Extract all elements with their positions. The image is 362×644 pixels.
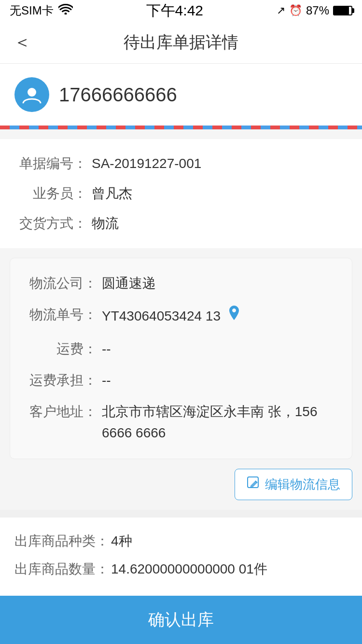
address-row: 客户地址： 北京市市辖区海淀区永丰南 张，156 6666 6666 <box>25 401 337 445</box>
logistics-tracking-value: YT43064053424 13 <box>97 304 337 329</box>
user-phone: 17666666666 <box>59 84 177 106</box>
edit-icon <box>247 476 260 493</box>
user-header: 17666666666 <box>0 64 362 126</box>
carrier-text: 无SIM卡 <box>10 3 54 18</box>
status-right: ↗ ⏰ 87% <box>277 4 352 17</box>
order-no-label: 单据编号： <box>14 154 87 174</box>
freight-bear-label: 运费承担： <box>25 370 97 392</box>
logistics-tracking-label: 物流单号： <box>25 304 97 326</box>
product-type-label: 出库商品种类： <box>14 532 111 550</box>
page-title: 待出库单据详情 <box>124 31 238 54</box>
logistics-company-row: 物流公司： 圆通速递 <box>25 273 337 294</box>
product-type-row: 出库商品种类： 4种 <box>14 532 348 550</box>
status-time: 下午4:42 <box>146 1 203 21</box>
alarm-icon: ⏰ <box>289 4 302 17</box>
delivery-row: 交货方式： 物流 <box>14 213 348 234</box>
product-quantity-row: 出库商品数量： 14.62000000000000 01件 <box>14 560 348 578</box>
freight-row: 运费： -- <box>25 338 337 360</box>
wifi-icon <box>58 4 73 17</box>
edit-btn-container: 编辑物流信息 <box>0 469 362 510</box>
freight-value: -- <box>97 338 337 360</box>
gps-icon: ↗ <box>277 4 285 17</box>
battery-text: 87% <box>306 4 329 17</box>
product-type-value: 4种 <box>111 532 132 550</box>
edit-logistics-label: 编辑物流信息 <box>265 476 340 493</box>
freight-label: 运费： <box>25 338 97 360</box>
address-value: 北京市市辖区海淀区永丰南 张，156 6666 6666 <box>97 401 337 445</box>
logistics-card: 物流公司： 圆通速递 物流单号： YT43064053424 13 运费： --… <box>10 258 352 459</box>
salesman-row: 业务员： 曾凡杰 <box>14 183 348 204</box>
nav-bar: ＜ 待出库单据详情 <box>0 21 362 64</box>
confirm-button[interactable]: 确认出库 <box>0 596 362 644</box>
freight-bear-value: -- <box>97 370 337 392</box>
back-button[interactable]: ＜ <box>14 30 31 54</box>
avatar <box>14 77 49 112</box>
salesman-value: 曾凡杰 <box>87 183 348 204</box>
confirm-button-label: 确认出库 <box>148 609 214 631</box>
logistics-company-value: 圆通速递 <box>97 273 337 294</box>
freight-bear-row: 运费承担： -- <box>25 370 337 392</box>
product-quantity-label: 出库商品数量： <box>14 560 111 578</box>
product-quantity-value: 14.62000000000000 01件 <box>111 560 267 578</box>
order-no-row: 单据编号： SA-20191227-001 <box>14 154 348 174</box>
basic-info-section: 单据编号： SA-20191227-001 业务员： 曾凡杰 交货方式： 物流 <box>0 139 362 248</box>
location-icon[interactable] <box>225 304 243 329</box>
battery-icon <box>333 6 352 15</box>
status-bar: 无SIM卡 下午4:42 ↗ ⏰ 87% <box>0 0 362 21</box>
logistics-tracking-row: 物流单号： YT43064053424 13 <box>25 304 337 329</box>
order-no-value: SA-20191227-001 <box>87 154 348 174</box>
delivery-value: 物流 <box>87 213 348 234</box>
logistics-company-label: 物流公司： <box>25 273 97 294</box>
product-section: 出库商品种类： 4种 出库商品数量： 14.62000000000000 01件 <box>0 518 362 598</box>
section-separator <box>0 510 362 518</box>
delivery-label: 交货方式： <box>14 213 87 234</box>
dashed-divider <box>0 126 362 129</box>
edit-logistics-button[interactable]: 编辑物流信息 <box>235 469 352 500</box>
salesman-label: 业务员： <box>14 183 87 204</box>
address-label: 客户地址： <box>25 401 97 423</box>
status-left: 无SIM卡 <box>10 3 73 18</box>
svg-point-0 <box>28 88 36 97</box>
